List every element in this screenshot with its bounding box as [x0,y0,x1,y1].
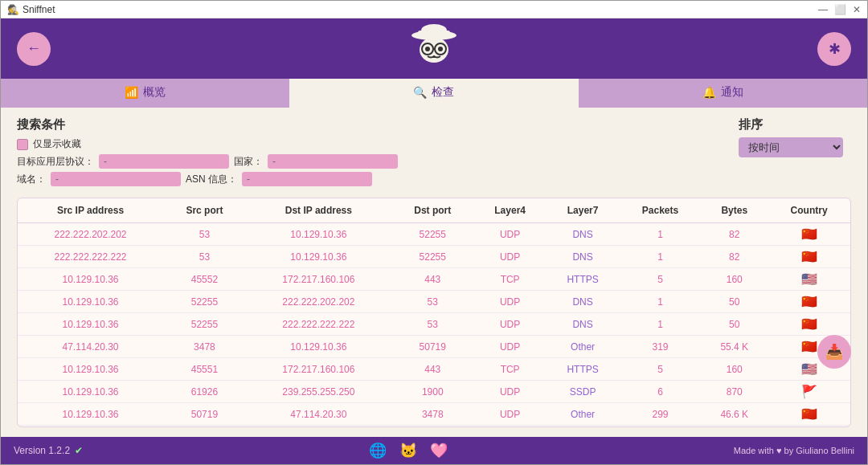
cell-dst-ip: 47.114.20.30 [246,403,391,426]
cell-layer4: UDP [474,313,547,336]
domain-input[interactable] [51,172,181,186]
cell-src-port: 45552 [163,268,246,291]
cell-dst-port: 1900 [391,381,474,403]
cell-src-ip: 222.222.202.202 [18,223,163,246]
close-btn[interactable]: ✕ [853,4,861,15]
cell-packets: 5 [620,268,702,291]
cell-dst-port: 50719 [391,336,474,358]
table-row[interactable]: 222.222.222.222 53 10.129.10.36 52255 UD… [18,246,850,268]
cell-src-ip: 10.129.10.36 [18,358,163,381]
cell-country: 🇨🇳 [768,313,850,336]
cell-src-port: 50719 [163,426,246,428]
cell-layer7: DNS [547,246,620,268]
cell-layer4: UDP [474,223,547,246]
cell-src-port: 52255 [163,291,246,313]
cell-country: 🇺🇸 [768,268,850,291]
cell-country: 🇨🇳 [768,246,850,268]
cell-bytes: 160 [701,268,768,291]
table-row[interactable]: 10.129.10.36 50719 47.114.20.30 3478 UDP… [18,403,850,426]
table-body: 222.222.202.202 53 10.129.10.36 52255 UD… [18,223,850,428]
cell-packets: 299 [620,403,702,426]
cell-bytes: 870 [701,381,768,403]
globe-icon[interactable]: 🌐 [369,442,387,459]
cell-dst-port: 40880 [391,426,474,428]
tab-notify[interactable]: 🔔 通知 [579,79,867,108]
table-row[interactable]: 10.129.10.36 52255 222.222.202.202 53 UD… [18,291,850,313]
col-dst-port: Dst port [391,198,474,223]
table-row[interactable]: 10.129.10.36 61926 239.255.255.250 1900 … [18,381,850,403]
cell-bytes: 82 [701,223,768,246]
cell-dst-port: 52255 [391,223,474,246]
asn-input[interactable] [242,172,372,186]
tab-overview[interactable]: 📶 概览 [1,79,289,108]
cell-layer7: Other [547,403,620,426]
cell-bytes: 46.6 K [701,403,768,426]
sort-title: 排序 [739,117,851,133]
cell-dst-ip: 10.129.10.36 [246,223,391,246]
col-src-ip: Src IP address [18,198,163,223]
cell-src-port: 50719 [163,403,246,426]
github-icon[interactable]: 🐱 [399,442,417,459]
cell-packets: 1 [620,246,702,268]
cell-src-ip: 10.129.10.36 [18,313,163,336]
table-row[interactable]: 222.222.202.202 53 10.129.10.36 52255 UD… [18,223,850,246]
cell-src-port: 3478 [163,336,246,358]
cell-layer4: UDP [474,291,547,313]
cell-layer4: UDP [474,381,547,403]
tab-inspect[interactable]: 🔍 检查 [289,79,578,108]
inspect-icon: 🔍 [413,86,427,99]
cell-layer4: UDP [474,336,547,358]
sort-dropdown[interactable]: 按时间 按流量 按数据包 [739,137,843,157]
favorites-checkbox[interactable] [17,139,28,150]
country-label: 国家： [234,155,263,169]
cell-layer7: Other [547,426,620,428]
overview-icon: 📶 [125,86,138,99]
cell-layer4: TCP [474,358,547,381]
checkmark-icon: ✔ [75,445,83,456]
search-title: 搜索条件 [17,117,706,133]
footer-links[interactable]: 🌐 🐱 🩷 [369,442,448,459]
cell-src-ip: 10.129.10.36 [18,426,163,428]
table-row[interactable]: 10.129.10.36 50719 111.227.219.42 40880 … [18,426,850,428]
cell-layer7: HTTPS [547,268,620,291]
cell-layer7: HTTPS [547,358,620,381]
country-input[interactable] [268,154,398,169]
back-button[interactable]: ← [17,32,51,66]
cell-src-port: 53 [163,246,246,268]
svg-point-8 [438,47,443,51]
window-controls[interactable]: — ⬜ ✕ [818,4,861,15]
table-row[interactable]: 10.129.10.36 52255 222.222.222.222 53 UD… [18,313,850,336]
tab-inspect-label: 检查 [432,85,454,100]
cell-dst-ip: 10.129.10.36 [246,336,391,358]
cell-layer4: UDP [474,403,547,426]
cell-layer7: DNS [547,313,620,336]
cell-dst-port: 53 [391,313,474,336]
cell-dst-port: 443 [391,358,474,381]
domain-label: 域名： [17,173,46,186]
maximize-btn[interactable]: ⬜ [834,4,846,15]
cell-layer7: DNS [547,291,620,313]
cell-dst-ip: 172.217.160.106 [246,358,391,381]
cell-src-ip: 10.129.10.36 [18,291,163,313]
tab-notify-label: 通知 [721,85,743,100]
sort-section: 排序 按时间 按流量 按数据包 [739,117,851,190]
table-row[interactable]: 10.129.10.36 45551 172.217.160.106 443 T… [18,358,850,381]
minimize-btn[interactable]: — [818,4,828,15]
app-protocol-input[interactable] [99,154,229,169]
notify-icon: 🔔 [702,86,716,99]
version-text: Version 1.2.2 [14,445,70,456]
cell-country: 🇨🇳 [768,426,850,428]
cell-bytes: 82 [701,246,768,268]
app-icon: 🕵️ [7,4,19,15]
cell-packets: 319 [620,336,702,358]
svg-point-2 [421,24,447,37]
settings-button[interactable]: ✱ [817,32,851,66]
header: ← [1,18,867,79]
table-container: Src IP address Src port Dst IP address D… [17,198,851,427]
heart-icon[interactable]: 🩷 [430,442,448,459]
table-row[interactable]: 10.129.10.36 45552 172.217.160.106 443 T… [18,268,850,291]
export-button[interactable]: 📥 [817,335,851,369]
cell-dst-ip: 111.227.219.42 [246,426,391,428]
table-row[interactable]: 47.114.20.30 3478 10.129.10.36 50719 UDP… [18,336,850,358]
cell-dst-port: 443 [391,268,474,291]
